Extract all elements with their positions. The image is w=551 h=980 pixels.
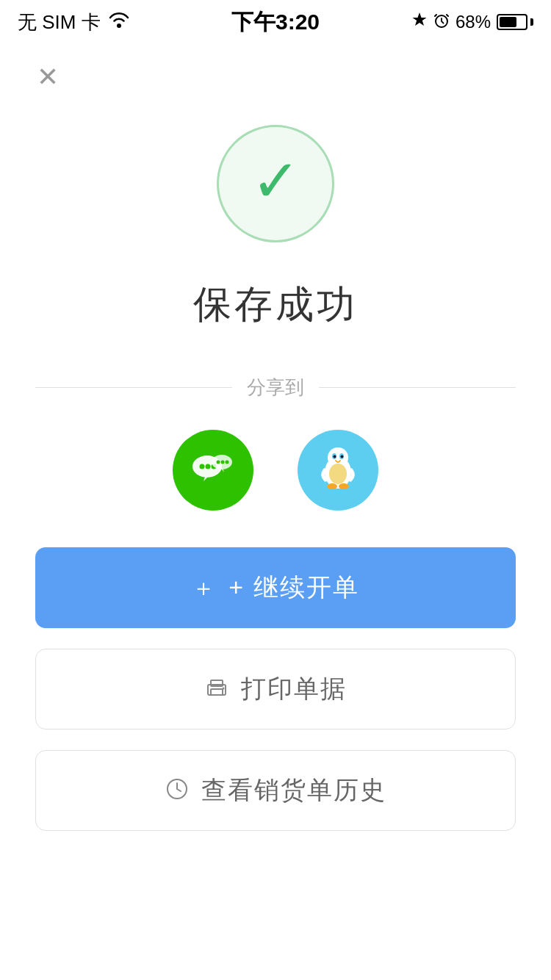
- wechat-icon: [187, 444, 239, 496]
- status-right: 68%: [411, 12, 533, 32]
- close-area: ✕: [0, 44, 551, 110]
- checkmark-icon: ✓: [251, 152, 300, 211]
- print-button[interactable]: 打印单据: [35, 649, 516, 729]
- svg-point-7: [221, 461, 225, 464]
- success-title: 保存成功: [193, 279, 358, 331]
- wifi-icon: [108, 12, 130, 32]
- share-divider: 分享到: [35, 375, 516, 400]
- qq-share-button[interactable]: [298, 430, 378, 511]
- history-button[interactable]: 查看销货单历史: [35, 750, 516, 831]
- svg-point-8: [226, 461, 229, 464]
- printer-icon: [204, 675, 229, 704]
- print-label: 打印单据: [241, 672, 347, 706]
- svg-point-14: [341, 455, 344, 458]
- location-icon: [411, 12, 428, 32]
- history-icon: [165, 777, 190, 805]
- battery-percentage: 68%: [455, 12, 491, 32]
- svg-point-21: [223, 687, 225, 689]
- svg-point-13: [334, 455, 336, 458]
- no-sim-label: 无 SIM 卡: [18, 10, 101, 35]
- status-bar: 无 SIM 卡 下午3:20 68%: [0, 0, 551, 44]
- main-content: ✓ 保存成功 分享到: [0, 110, 551, 980]
- continue-label: + 继续开单: [228, 571, 359, 605]
- svg-point-15: [329, 464, 347, 484]
- close-button[interactable]: ✕: [29, 59, 66, 96]
- svg-point-3: [206, 464, 211, 469]
- share-icons-container: [35, 430, 516, 511]
- close-icon: ✕: [37, 64, 59, 90]
- continue-button[interactable]: ＋ + 继续开单: [35, 547, 516, 628]
- status-left: 无 SIM 卡: [18, 10, 130, 35]
- action-buttons: ＋ + 继续开单 打印单据 查看销货单历史: [35, 547, 516, 831]
- qq-icon: [312, 444, 364, 496]
- svg-point-6: [217, 461, 220, 464]
- svg-point-2: [200, 464, 205, 469]
- success-circle: ✓: [217, 125, 334, 242]
- svg-point-16: [327, 483, 337, 489]
- wechat-share-button[interactable]: [173, 430, 253, 511]
- status-time: 下午3:20: [231, 7, 320, 37]
- history-label: 查看销货单历史: [201, 774, 386, 807]
- battery-icon: [497, 14, 533, 30]
- share-label: 分享到: [247, 375, 304, 400]
- divider-left: [35, 387, 232, 388]
- svg-point-17: [339, 483, 349, 489]
- plus-icon: ＋: [192, 576, 217, 599]
- svg-rect-20: [211, 689, 223, 695]
- divider-right: [319, 387, 516, 388]
- alarm-icon: [433, 12, 450, 32]
- share-section: 分享到: [35, 375, 516, 511]
